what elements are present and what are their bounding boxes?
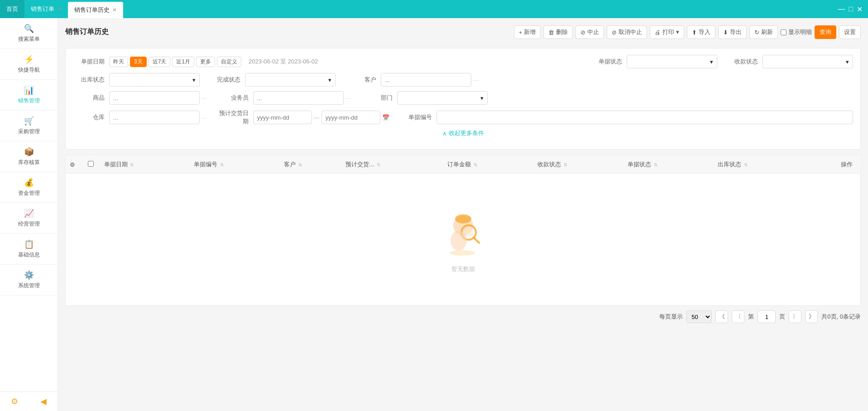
query-label: 查询: [820, 28, 831, 36]
th-customer[interactable]: 客户 ⇅: [280, 156, 342, 174]
sidebar-collapse-icon[interactable]: ◀: [40, 396, 47, 406]
date-1month[interactable]: 近1月: [172, 57, 194, 67]
warehouse-more-icon[interactable]: ···: [201, 114, 208, 121]
warehouse-label: 仓库: [73, 113, 109, 121]
delivery-to-input[interactable]: [321, 111, 380, 124]
display-checkbox-label[interactable]: 显示明细: [781, 28, 812, 36]
th-doc-status[interactable]: 单据状态 ⇅: [624, 156, 714, 174]
th-settings[interactable]: ⚙: [66, 156, 84, 174]
refresh-button[interactable]: ↻ 刷新: [749, 25, 778, 39]
doc-number-input[interactable]: [436, 111, 853, 124]
tab-sales-order[interactable]: 销售订单 ✕: [24, 0, 68, 18]
close-sales-order-icon[interactable]: ✕: [57, 6, 62, 12]
date-custom[interactable]: 自定义: [217, 57, 241, 67]
tab-home[interactable]: 首页: [0, 0, 24, 18]
page-size-label: 每页显示: [659, 313, 683, 321]
sidebar-settings-icon[interactable]: ⚙: [11, 396, 18, 406]
sidebar-item-operations[interactable]: 📈 经营管理: [0, 203, 58, 234]
delivery-from-input[interactable]: [253, 111, 312, 124]
tab-sales-order-history[interactable]: 销售订单历史 ✕: [68, 2, 123, 18]
sidebar-item-finance[interactable]: 💰 资金管理: [0, 172, 58, 203]
tab-sales-order-label: 销售订单: [31, 5, 54, 13]
sidebar-item-quick-nav-label: 快捷导航: [18, 66, 40, 74]
next-page-button[interactable]: 〉: [789, 310, 801, 323]
customer-more-icon[interactable]: ···: [473, 77, 480, 83]
sidebar-item-search-menu[interactable]: 🔍 搜索菜单: [0, 18, 58, 49]
date-3days[interactable]: 3天: [130, 57, 147, 67]
page-size-select[interactable]: 50 10 20 100: [686, 310, 712, 323]
date-7days[interactable]: 近7天: [149, 57, 171, 67]
sidebar-item-quick-nav[interactable]: ⚡ 快捷导航: [0, 49, 58, 80]
page-input[interactable]: [758, 310, 776, 323]
svg-point-1: [455, 214, 471, 223]
status-select[interactable]: ▾: [627, 55, 717, 68]
goods-more-icon[interactable]: ···: [201, 95, 208, 102]
status-dropdown-icon: ▾: [710, 58, 713, 65]
customer-input[interactable]: [381, 73, 471, 87]
select-all-checkbox[interactable]: [88, 161, 94, 167]
th-date-label: 单据日期: [104, 161, 128, 168]
window-close-icon[interactable]: ✕: [857, 5, 863, 14]
cancel-stop-button[interactable]: ⊘ 取消中止: [607, 25, 647, 39]
sidebar-item-basic-info[interactable]: 📋 基础信息: [0, 234, 58, 265]
pagination-bar: 每页显示 50 10 20 100 《 〈 第 页 〉 》 共0页, 0条记录: [65, 306, 861, 328]
th-date[interactable]: 单据日期 ⇅: [101, 156, 191, 174]
goods-label: 商品: [73, 94, 109, 102]
empty-state-cell: 暂无数据: [66, 174, 860, 305]
sidebar-item-purchase-mgmt-label: 采购管理: [18, 128, 40, 135]
th-receipt-status[interactable]: 收款状态 ⇅: [534, 156, 624, 174]
print-button[interactable]: 🖨 打印 ▾: [650, 25, 684, 39]
refresh-label: 刷新: [761, 28, 773, 36]
collapse-text: 收起更多条件: [449, 129, 484, 137]
new-button[interactable]: + 新增: [514, 25, 541, 39]
settings-btn[interactable]: 设置: [839, 25, 861, 39]
receipt-select[interactable]: ▾: [762, 55, 853, 68]
first-page-icon: 《: [719, 313, 725, 321]
th-number[interactable]: 单据编号 ⇅: [190, 156, 280, 174]
out-stock-select[interactable]: ▾: [109, 73, 200, 87]
date-yesterday[interactable]: 昨天: [109, 57, 128, 67]
goods-input[interactable]: [109, 91, 200, 105]
last-page-button[interactable]: 》: [805, 310, 818, 323]
sidebar-item-system-mgmt-label: 系统管理: [18, 282, 40, 290]
prev-page-button[interactable]: 〈: [732, 310, 744, 323]
close-history-icon[interactable]: ✕: [112, 7, 117, 13]
window-max-icon[interactable]: □: [849, 5, 853, 13]
stop-button[interactable]: ⊘ 中止: [575, 25, 604, 39]
date-more[interactable]: 更多: [196, 57, 215, 67]
th-checkbox[interactable]: [84, 156, 101, 174]
table-settings-icon[interactable]: ⚙: [70, 161, 75, 168]
warehouse-input[interactable]: [109, 111, 200, 124]
collapse-bar[interactable]: ∧ 收起更多条件: [73, 127, 853, 139]
window-min-icon[interactable]: —: [838, 5, 845, 13]
query-button[interactable]: 查询: [815, 25, 836, 39]
export-label: 导出: [730, 28, 742, 36]
sidebar-item-system-mgmt[interactable]: ⚙️ 系统管理: [0, 265, 58, 295]
sidebar-item-inventory[interactable]: 📦 库存核算: [0, 141, 58, 172]
export-button[interactable]: ⬇ 导出: [718, 25, 747, 39]
import-button[interactable]: ⬆ 导入: [687, 25, 715, 39]
svg-point-5: [451, 231, 467, 251]
next-page-icon: 〉: [792, 313, 798, 321]
display-checkbox[interactable]: [781, 29, 786, 35]
sidebar-item-purchase-mgmt[interactable]: 🛒 采购管理: [0, 111, 58, 141]
dept-select[interactable]: ▾: [397, 91, 488, 105]
complete-select[interactable]: ▾: [245, 73, 336, 87]
th-delivery[interactable]: 预计交货... ⇅: [342, 156, 444, 174]
first-page-button[interactable]: 《: [715, 310, 728, 323]
dept-dropdown-icon: ▾: [480, 95, 484, 102]
salesperson-more-icon[interactable]: ···: [345, 95, 352, 102]
delivery-label: 预计交货日期: [217, 109, 253, 126]
svg-line-4: [474, 237, 479, 243]
calendar-icon[interactable]: 📅: [382, 114, 389, 121]
sidebar-item-sales-mgmt[interactable]: 📊 销售管理: [0, 80, 58, 111]
th-amount[interactable]: 订单金额 ⇅: [444, 156, 534, 174]
delete-button[interactable]: 🗑 删除: [543, 25, 573, 39]
salesperson-label: 业务员: [217, 94, 253, 102]
th-out-stock[interactable]: 出库状态 ⇅: [714, 156, 804, 174]
search-menu-icon: 🔍: [24, 24, 34, 34]
salesperson-input[interactable]: [253, 91, 344, 105]
filter-panel: 单据日期 昨天 3天 近7天 近1月 更多 自定义 2023-06-02 至 2…: [65, 48, 861, 150]
cancel-stop-label: 取消中止: [619, 28, 642, 36]
customer-label: 客户: [345, 76, 381, 84]
